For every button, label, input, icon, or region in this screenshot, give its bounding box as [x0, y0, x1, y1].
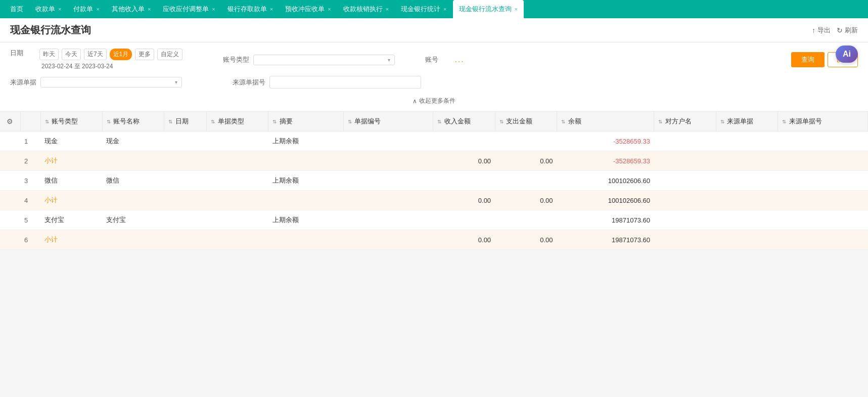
col-summary-sort-icon: ⇅: [272, 119, 277, 124]
source-doc-label: 来源单据: [10, 78, 36, 87]
date-btn-yesterday[interactable]: 昨天: [39, 49, 59, 60]
row-doc-no-cell: [343, 131, 433, 151]
row-no-cell: 4: [20, 191, 40, 210]
nav-tab-ap-adjust[interactable]: 应收应付调整单 ×: [157, 0, 221, 18]
export-button[interactable]: ↑ 导出: [812, 26, 831, 35]
row-account-name-cell: [102, 191, 164, 210]
row-expense-cell: [495, 171, 557, 191]
nav-tab-receipt[interactable]: 收款单 ×: [29, 0, 67, 18]
close-tab-other-income-icon[interactable]: ×: [148, 0, 151, 18]
close-tab-bank-flow-icon[interactable]: ×: [515, 0, 518, 18]
table-row: 3 微信 微信 上期余额 100102606.60: [0, 171, 868, 191]
col-summary-header[interactable]: ⇅ 摘要: [268, 112, 343, 131]
col-doc-type-header[interactable]: ⇅ 单据类型: [207, 112, 268, 131]
col-account-type-header[interactable]: ⇅ 账号类型: [40, 112, 102, 131]
row-counterparty-cell: [654, 151, 716, 171]
row-account-type-cell: 支付宝: [40, 210, 102, 230]
header-actions: ↑ 导出 ↻ 刷新: [812, 26, 858, 35]
col-expense-sort-icon: ⇅: [499, 119, 504, 124]
close-tab-collection-icon[interactable]: ×: [386, 0, 389, 18]
table-container: ⚙ ⇅ 账号类型 ⇅ 账号名称 ⇅ 日期 ⇅ 单据类型: [0, 112, 868, 250]
row-source-doc-cell: [716, 151, 778, 171]
date-btn-1month[interactable]: 近1月: [110, 49, 132, 60]
table-settings-icon[interactable]: ⚙: [7, 117, 13, 125]
row-income-cell: 0.00: [433, 151, 495, 171]
query-button[interactable]: 查询: [791, 52, 825, 67]
nav-tab-other-income[interactable]: 其他收入单 ×: [106, 0, 157, 18]
close-tab-bank-stat-icon[interactable]: ×: [443, 0, 446, 18]
row-account-name-cell: 微信: [102, 171, 164, 191]
col-date-header[interactable]: ⇅ 日期: [164, 112, 207, 131]
account-type-select[interactable]: ▾: [253, 55, 395, 65]
close-tab-prepay-icon[interactable]: ×: [328, 0, 331, 18]
date-btn-custom[interactable]: 自定义: [157, 49, 182, 60]
col-settings-header[interactable]: ⚙: [0, 112, 20, 131]
filter-area: 日期 昨天 今天 近7天 近1月 更多 自定义 2023-02-24 至 202…: [0, 42, 868, 112]
nav-tab-collection[interactable]: 收款核销执行 ×: [337, 0, 395, 18]
row-income-cell: 0.00: [433, 191, 495, 210]
date-label: 日期: [10, 49, 35, 58]
refresh-icon: ↻: [837, 26, 843, 34]
row-account-name-cell: [102, 230, 164, 250]
date-btn-group: 昨天 今天 近7天 近1月 更多 自定义: [39, 49, 182, 60]
table-row: 6 小计 0.00 0.00 19871073.60: [0, 230, 868, 250]
close-tab-receipt-icon[interactable]: ×: [58, 0, 61, 18]
row-date-cell: [164, 151, 207, 171]
col-counterparty-header[interactable]: ⇅ 对方户名: [654, 112, 716, 131]
row-income-cell: [433, 171, 495, 191]
refresh-button[interactable]: ↻ 刷新: [837, 26, 858, 35]
date-btn-7days[interactable]: 近7天: [84, 49, 107, 60]
nav-tab-payment[interactable]: 付款单 ×: [67, 0, 105, 18]
row-doc-type-cell: [207, 210, 268, 230]
col-counterparty-sort-icon: ⇅: [658, 119, 662, 124]
col-source-doc-no-header[interactable]: ⇅ 来源单据号: [778, 112, 868, 131]
close-tab-payment-icon[interactable]: ×: [96, 0, 99, 18]
page-title: 现金银行流水查询: [10, 23, 91, 37]
row-summary-cell: [268, 191, 343, 210]
row-account-type-cell: 现金: [40, 131, 102, 151]
account-more-button[interactable]: ...: [454, 55, 464, 64]
row-settings-cell: [0, 131, 20, 151]
row-doc-type-cell: [207, 151, 268, 171]
row-date-cell: [164, 131, 207, 151]
nav-tab-prepay[interactable]: 预收冲应收单 ×: [279, 0, 337, 18]
row-source-doc-no-cell: [778, 171, 868, 191]
row-account-type-cell: 小计: [40, 191, 102, 210]
nav-tab-bank-deposit[interactable]: 银行存取款单 ×: [221, 0, 279, 18]
col-no-header: [20, 112, 40, 131]
row-summary-cell: [268, 230, 343, 250]
row-doc-type-cell: [207, 131, 268, 151]
date-btn-today[interactable]: 今天: [62, 49, 81, 60]
col-income-header[interactable]: ⇅ 收入金额: [433, 112, 495, 131]
page-header: 现金银行流水查询 ↑ 导出 ↻ 刷新: [0, 18, 868, 42]
collapse-label: 收起更多条件: [419, 97, 455, 105]
source-doc-select[interactable]: ▾: [40, 77, 182, 87]
row-source-doc-cell: [716, 131, 778, 151]
col-date-sort-icon: ⇅: [168, 119, 172, 124]
row-settings-cell: [0, 230, 20, 250]
account-type-arrow-icon: ▾: [388, 57, 390, 63]
account-type-label: 账号类型: [223, 55, 249, 64]
col-doc-no-header[interactable]: ⇅ 单据编号: [343, 112, 433, 131]
col-expense-header[interactable]: ⇅ 支出金额: [495, 112, 557, 131]
col-account-name-header[interactable]: ⇅ 账号名称: [102, 112, 164, 131]
nav-home[interactable]: 首页: [4, 0, 29, 18]
row-date-cell: [164, 191, 207, 210]
row-counterparty-cell: [654, 210, 716, 230]
ai-badge[interactable]: Ai: [836, 46, 858, 63]
close-tab-ap-adjust-icon[interactable]: ×: [212, 0, 215, 18]
collapse-bar[interactable]: ∧ 收起更多条件: [10, 94, 858, 105]
row-counterparty-cell: [654, 191, 716, 210]
row-account-type-cell: 小计: [40, 230, 102, 250]
col-source-doc-header[interactable]: ⇅ 来源单据: [716, 112, 778, 131]
row-source-doc-no-cell: [778, 191, 868, 210]
table-row: 4 小计 0.00 0.00 100102606.60: [0, 191, 868, 210]
col-balance-header[interactable]: ⇅ 余额: [557, 112, 654, 131]
date-btn-more[interactable]: 更多: [135, 49, 154, 60]
close-tab-bank-deposit-icon[interactable]: ×: [270, 0, 273, 18]
nav-tab-bank-flow[interactable]: 现金银行流水查询 ×: [453, 0, 524, 18]
table-row: 2 小计 0.00 0.00 -3528659.33: [0, 151, 868, 171]
row-income-cell: 0.00: [433, 230, 495, 250]
source-doc-no-input[interactable]: [269, 76, 421, 89]
nav-tab-bank-stat[interactable]: 现金银行统计 ×: [395, 0, 452, 18]
